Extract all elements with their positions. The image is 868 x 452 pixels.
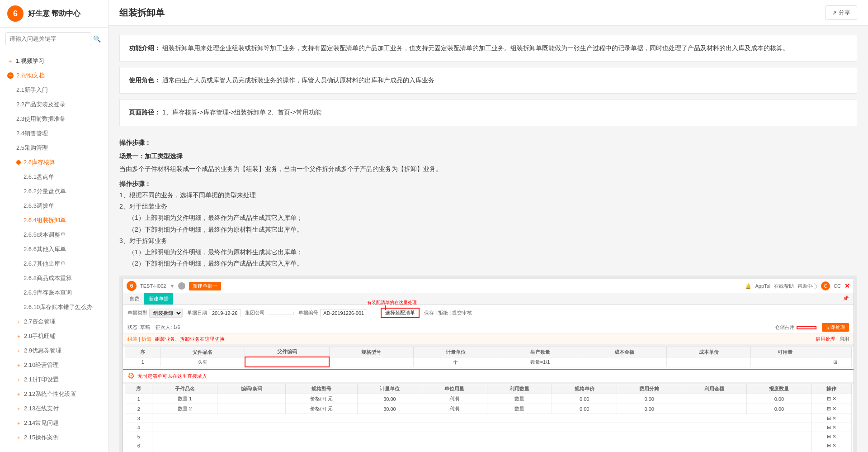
step3-1: （1）上部明细为父件明细，最终作为原材料生成其它出库单； <box>119 247 857 258</box>
sidebar-item-stock-check[interactable]: 2.6.9库存账本查询 <box>0 285 108 300</box>
sim-nav-row: 自费 新建单据 📌 <box>123 293 854 305</box>
td-parent-code <box>245 357 330 367</box>
sidebar-item-print[interactable]: ＋2.11打印设置 <box>0 372 108 387</box>
sidebar-item-split-stock[interactable]: 2.6.2分量盘点单 <box>0 184 108 199</box>
plus-sub-icon3: ＋ <box>16 347 21 354</box>
sidebar-item-finance[interactable]: ＋2.7资金管理 <box>0 314 108 329</box>
sim-username: CC <box>834 283 841 289</box>
ltd-unit2: 30.00 <box>357 404 422 414</box>
role-card: 使用角色： 通常由生产人员或库管人员完成拆装业务的操作，库管人员确认原材料的出库… <box>119 67 857 94</box>
role-label: 使用角色： <box>129 76 160 84</box>
sidebar-item-online-pay[interactable]: ＋2.13在线支付 <box>0 401 108 416</box>
sim-group-value[interactable] <box>267 312 294 314</box>
sim-tab-new-doc[interactable]: 新建单据 <box>144 293 173 305</box>
sim-app-icon1: 🔔 <box>745 283 751 289</box>
ltd-empty4 <box>152 423 811 432</box>
plus-sub-icon7: ＋ <box>16 405 21 412</box>
sim-assemble-btn-active[interactable]: 组装 | 拆卸 <box>127 336 151 343</box>
sim-pin-icon: 📌 <box>843 295 849 301</box>
th-seq1: 序 <box>125 347 161 357</box>
sim-label-helpcenter: 帮助中心 <box>797 283 817 290</box>
sim-enable-toggle[interactable]: 启用 <box>839 336 849 343</box>
ops-steps-title: 操作步骤： <box>119 178 857 190</box>
main-content: 组装拆卸单 ↗ 分享 功能介绍： 组装拆卸单用来处理企业组装或拆卸等加工业务，支… <box>108 0 868 452</box>
sim-type-field: 单据类型 组装拆卸 <box>127 309 183 318</box>
minus-icon: − <box>7 72 14 79</box>
sim-num-label: 单据编号 <box>298 309 318 316</box>
ltd-use-qty2: 数量 <box>487 404 552 414</box>
plus-sub-icon: ＋ <box>16 319 21 325</box>
sim-num-value[interactable]: AD-20191226-001 <box>320 309 367 317</box>
ltd-ops6: ⊞ ✕ <box>811 441 851 450</box>
ltd-seq3: 3 <box>125 414 152 423</box>
sim-date-field: 单据日期 2019-12-26 <box>187 309 241 317</box>
sidebar-item-cost-calc[interactable]: 2.6.8商品成本重算 <box>0 271 108 285</box>
sidebar-item-sales[interactable]: 2.4销售管理 <box>0 126 108 141</box>
sidebar-item-other-out[interactable]: 2.6.7其他出库单 <box>0 257 108 271</box>
lth-use-qty: 利用数量 <box>487 384 552 394</box>
sidebar-header: 6 好生意 帮助中心 <box>0 0 108 28</box>
ltd-scrap-qty1: 0.00 <box>747 394 812 404</box>
sim-form-row2: 状态: 草稿 征次人: 1/6 仓储占用 立即处理 <box>123 321 854 334</box>
ltd-unit1: 30.00 <box>357 394 422 404</box>
sim-left-bar: 6 TEST-H002 ▼ 新建单据一 <box>127 281 221 291</box>
intro-card: 功能介绍： 组装拆卸单用来处理企业组装或拆卸等加工业务，支持有固定装配清单的产品… <box>119 35 857 62</box>
td-spec <box>329 357 414 367</box>
table-row: 1 头夹 个 数量=1/1 ⊞ <box>125 357 852 367</box>
sidebar-item-adjust[interactable]: 2.6.3调拨单 <box>0 199 108 213</box>
ltd-seq7: 7 <box>125 450 152 452</box>
lth-child-name: 子件品名 <box>152 384 217 394</box>
ltd-empty5 <box>152 432 811 441</box>
sidebar-item-other-in[interactable]: 2.6.6其他入库单 <box>0 242 108 257</box>
sim-tab-home[interactable]: 自费 <box>125 293 144 305</box>
sidebar-item-assemble[interactable]: 2.6.4组装拆卸单 <box>0 213 108 228</box>
sidebar-item-stocktake[interactable]: 2.6.1盘点单 <box>0 170 108 184</box>
sim-confirm-btn[interactable]: 立即处理 <box>822 323 849 332</box>
sim-annotation2-wrapper: 组装业务、拆卸业务在这里切换 <box>155 336 225 343</box>
sim-avatar: C <box>821 281 830 290</box>
ltd-ops1: ⊞ ✕ <box>811 394 851 404</box>
plus-sub-icon5: ＋ <box>16 376 21 383</box>
ltd-seq2: 2 <box>125 404 152 414</box>
sim-create-btn[interactable]: 新建单据一 <box>189 282 221 290</box>
sidebar-item-data-prep[interactable]: 2.3使用前数据准备 <box>0 112 108 126</box>
sidebar-item-new-user[interactable]: 2.1新手入门 <box>0 83 108 97</box>
sim-type-select[interactable]: 组装拆卸 <box>149 309 183 318</box>
sim-form-fields: 单据类型 组装拆卸 单据日期 2019-12-26 集团公司 <box>127 308 849 318</box>
sidebar-item-cost-adjust[interactable]: 2.6.5成本调整单 <box>0 228 108 242</box>
sidebar-item-coupon[interactable]: ＋2.9优惠券管理 <box>0 343 108 358</box>
sim-tab-spacer <box>173 293 840 305</box>
sim-label-helper: 在线帮助 <box>774 283 794 290</box>
sidebar-item-mobile[interactable]: ＋2.8手机旺铺 <box>0 329 108 343</box>
search-input[interactable] <box>5 32 91 45</box>
sim-right-bar: 🔔 AppTai 在线帮助 帮助中心 C CC ✕ <box>745 281 850 290</box>
ltd-unit-qty1: 利润 <box>422 394 487 404</box>
sim-assembly-btn[interactable]: 选择装配清单 <box>381 308 420 318</box>
search-button[interactable]: 🔍 <box>91 33 103 44</box>
sim-date-value[interactable]: 2019-12-26 <box>209 309 241 317</box>
sim-app-id: TEST-H002 <box>140 283 166 289</box>
sim-close-btn[interactable]: ✕ <box>844 282 850 290</box>
sim-form-row1: 单据类型 组装拆卸 单据日期 2019-12-26 集团公司 <box>123 305 854 321</box>
th-cost-amt1: 成本金额 <box>582 347 667 357</box>
sidebar-item-install[interactable]: 2.2产品安装及登录 <box>0 97 108 112</box>
sidebar-item-purchase[interactable]: 2.5采购管理 <box>0 141 108 155</box>
sidebar-item-video[interactable]: ＋ 1.视频学习 <box>0 54 108 68</box>
sidebar-item-biz[interactable]: ＋2.10经营管理 <box>0 358 108 372</box>
sidebar-item-system[interactable]: ＋2.12系统个性化设置 <box>0 387 108 401</box>
share-button[interactable]: ↗ 分享 <box>825 5 857 20</box>
sidebar-item-cases[interactable]: ＋2.15操作案例 <box>0 430 108 445</box>
intro-label: 功能介绍： <box>129 44 160 52</box>
plus-icon: ＋ <box>7 57 13 65</box>
sidebar-item-stock[interactable]: 2.6库存核算 <box>0 155 108 170</box>
sim-warehouse-label: 仓储占用 <box>775 324 795 331</box>
sidebar-item-faq[interactable]: ＋2.14常见问题 <box>0 416 108 430</box>
sidebar-item-stock-err[interactable]: 2.6.10库存账本错了怎么办 <box>0 300 108 314</box>
plus-sub-icon4: ＋ <box>16 362 21 369</box>
sidebar-item-docs[interactable]: − 2.帮助文档 <box>0 68 108 83</box>
sim-sync-icon <box>178 282 185 290</box>
sim-warehouse-input[interactable] <box>797 326 816 329</box>
th-ops1 <box>819 347 851 357</box>
page-title: 组装拆卸单 <box>119 7 165 19</box>
screenshot: 6 TEST-H002 ▼ 新建单据一 🔔 AppTai 在线帮助 帮助中心 C… <box>119 276 857 452</box>
